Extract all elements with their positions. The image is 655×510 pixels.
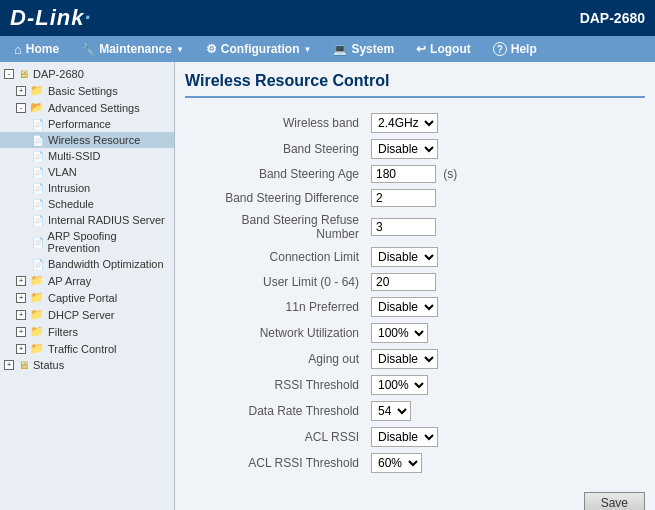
sidebar-item-status[interactable]: + 🖥 Status: [0, 357, 174, 373]
rssi-threshold-row: RSSI Threshold 100% 75% 50%: [185, 372, 645, 398]
navbar: ⌂ Home 🔧 Maintenance ▼ ⚙ Configuration ▼…: [0, 36, 655, 62]
tree-expand-filters-icon: +: [16, 327, 26, 337]
sidebar-item-bandwidth[interactable]: 📄 Bandwidth Optimization: [0, 256, 174, 272]
rssi-threshold-select[interactable]: 100% 75% 50%: [371, 375, 428, 395]
tree-expand-icon: -: [4, 69, 14, 79]
nav-maintenance[interactable]: 🔧 Maintenance ▼: [71, 38, 194, 60]
help-icon: ?: [493, 42, 507, 56]
user-limit-row: User Limit (0 - 64): [185, 270, 645, 294]
acl-rssi-threshold-row: ACL RSSI Threshold 60% 50% 40%: [185, 450, 645, 476]
sidebar-item-advanced[interactable]: - 📂 Advanced Settings: [0, 99, 174, 116]
tree-expand-dhcp-icon: +: [16, 310, 26, 320]
aging-out-label: Aging out: [185, 346, 365, 372]
aging-out-row: Aging out Disable Enable: [185, 346, 645, 372]
wireless-page-icon: 📄: [32, 135, 44, 146]
sidebar-item-schedule[interactable]: 📄 Schedule: [0, 196, 174, 212]
sidebar-item-arp[interactable]: 📄 ARP Spoofing Prevention: [0, 228, 174, 256]
wireless-band-label: Wireless band: [185, 110, 365, 136]
network-util-label: Network Utilization: [185, 320, 365, 346]
acl-rssi-threshold-select[interactable]: 60% 50% 40%: [371, 453, 422, 473]
sidebar-item-basic[interactable]: + 📁 Basic Settings: [0, 82, 174, 99]
tree-expand-status-icon: +: [4, 360, 14, 370]
connection-limit-select[interactable]: Disable Enable: [371, 247, 438, 267]
acl-rssi-row: ACL RSSI Disable Enable: [185, 424, 645, 450]
main-layout: - 🖥 DAP-2680 + 📁 Basic Settings - 📂 Adva…: [0, 62, 655, 510]
tree-expand-advanced-icon: -: [16, 103, 26, 113]
band-steering-select[interactable]: Disable Enable: [371, 139, 438, 159]
band-steering-refuse-input[interactable]: [371, 218, 436, 236]
config-icon: ⚙: [206, 42, 217, 56]
logo: D-Link·: [10, 5, 92, 31]
status-folder-icon: 🖥: [18, 359, 29, 371]
connection-limit-label: Connection Limit: [185, 244, 365, 270]
sidebar-item-dhcp[interactable]: + 📁 DHCP Server: [0, 306, 174, 323]
wireless-band-select[interactable]: 2.4GHz 5GHz: [371, 113, 438, 133]
wireless-band-row: Wireless band 2.4GHz 5GHz: [185, 110, 645, 136]
band-steering-age-unit: (s): [443, 167, 457, 181]
band-steering-age-row: Band Steering Age (s): [185, 162, 645, 186]
preferred-11n-select[interactable]: Disable Enable: [371, 297, 438, 317]
sidebar: - 🖥 DAP-2680 + 📁 Basic Settings - 📂 Adva…: [0, 62, 175, 510]
sidebar-item-intrusion[interactable]: 📄 Intrusion: [0, 180, 174, 196]
content-area: Wireless Resource Control Wireless band …: [175, 62, 655, 510]
band-steering-age-input[interactable]: [371, 165, 436, 183]
model-label: DAP-2680: [580, 10, 645, 26]
nav-help[interactable]: ? Help: [483, 38, 547, 60]
save-button[interactable]: Save: [584, 492, 645, 510]
basic-folder-icon: 📁: [30, 84, 44, 97]
band-steering-label: Band Steering: [185, 136, 365, 162]
user-limit-input[interactable]: [371, 273, 436, 291]
page-title: Wireless Resource Control: [185, 72, 645, 98]
sidebar-item-performance[interactable]: 📄 Performance: [0, 116, 174, 132]
system-icon: 💻: [333, 43, 347, 56]
band-steering-diff-row: Band Steering Difference: [185, 186, 645, 210]
data-rate-select[interactable]: 54 48 36 24: [371, 401, 411, 421]
nav-configuration[interactable]: ⚙ Configuration ▼: [196, 38, 322, 60]
sidebar-item-traffic[interactable]: + 📁 Traffic Control: [0, 340, 174, 357]
rssi-threshold-label: RSSI Threshold: [185, 372, 365, 398]
band-steering-row: Band Steering Disable Enable: [185, 136, 645, 162]
network-util-select[interactable]: 100% 75% 50% 25%: [371, 323, 428, 343]
acl-rssi-label: ACL RSSI: [185, 424, 365, 450]
aparray-folder-icon: 📁: [30, 274, 44, 287]
band-steering-diff-label: Band Steering Difference: [185, 186, 365, 210]
sidebar-item-radius[interactable]: 📄 Internal RADIUS Server: [0, 212, 174, 228]
nav-logout[interactable]: ↩ Logout: [406, 38, 481, 60]
vlan-page-icon: 📄: [32, 167, 44, 178]
nav-home[interactable]: ⌂ Home: [4, 38, 69, 60]
sidebar-item-aparray[interactable]: + 📁 AP Array: [0, 272, 174, 289]
tree-expand-basic-icon: +: [16, 86, 26, 96]
device-icon: 🖥: [18, 68, 29, 80]
sidebar-item-dap2680[interactable]: - 🖥 DAP-2680: [0, 66, 174, 82]
nav-system[interactable]: 💻 System: [323, 38, 404, 60]
band-steering-refuse-row: Band Steering Refuse Number: [185, 210, 645, 244]
sidebar-item-multissid[interactable]: 📄 Multi-SSID: [0, 148, 174, 164]
performance-page-icon: 📄: [32, 119, 44, 130]
sidebar-item-vlan[interactable]: 📄 VLAN: [0, 164, 174, 180]
preferred-11n-label: 11n Preferred: [185, 294, 365, 320]
tree-expand-traffic-icon: +: [16, 344, 26, 354]
band-steering-diff-input[interactable]: [371, 189, 436, 207]
home-icon: ⌂: [14, 42, 22, 57]
data-rate-row: Data Rate Threshold 54 48 36 24: [185, 398, 645, 424]
arp-page-icon: 📄: [32, 237, 44, 248]
connection-limit-row: Connection Limit Disable Enable: [185, 244, 645, 270]
band-steering-refuse-label: Band Steering Refuse Number: [185, 210, 365, 244]
bandwidth-page-icon: 📄: [32, 259, 44, 270]
traffic-folder-icon: 📁: [30, 342, 44, 355]
tree-expand-aparray-icon: +: [16, 276, 26, 286]
sidebar-item-filters[interactable]: + 📁 Filters: [0, 323, 174, 340]
band-steering-age-label: Band Steering Age: [185, 162, 365, 186]
schedule-page-icon: 📄: [32, 199, 44, 210]
network-util-row: Network Utilization 100% 75% 50% 25%: [185, 320, 645, 346]
data-rate-label: Data Rate Threshold: [185, 398, 365, 424]
sidebar-item-captive[interactable]: + 📁 Captive Portal: [0, 289, 174, 306]
radius-page-icon: 📄: [32, 215, 44, 226]
logout-icon: ↩: [416, 42, 426, 56]
aging-out-select[interactable]: Disable Enable: [371, 349, 438, 369]
sidebar-item-wireless[interactable]: 📄 Wireless Resource: [0, 132, 174, 148]
user-limit-label: User Limit (0 - 64): [185, 270, 365, 294]
acl-rssi-select[interactable]: Disable Enable: [371, 427, 438, 447]
captive-folder-icon: 📁: [30, 291, 44, 304]
header: D-Link· DAP-2680: [0, 0, 655, 36]
